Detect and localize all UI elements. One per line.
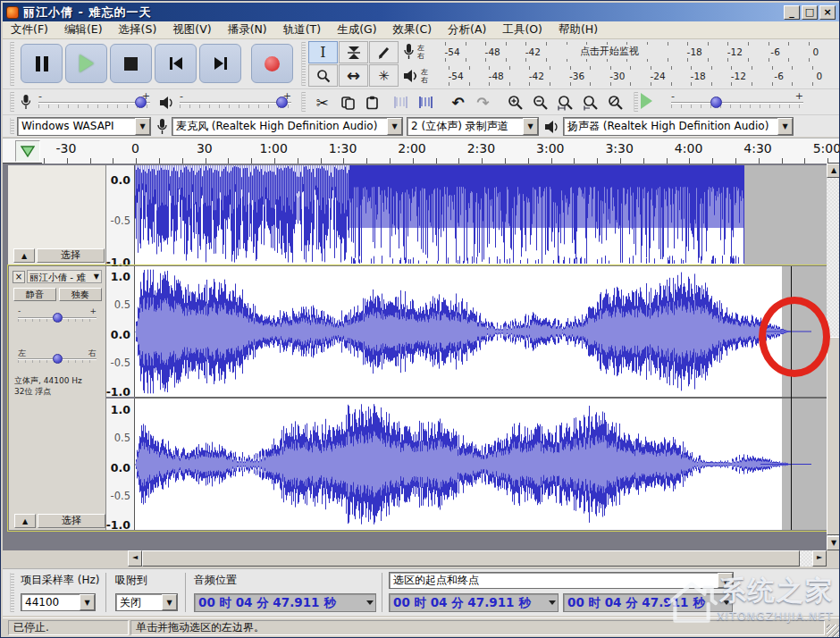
playback-meter[interactable]: 左右 -54-48-42-36-30-24-18-12-60 [403,64,837,88]
transport-grip[interactable] [10,42,14,86]
redo-button[interactable]: ↷ [471,91,495,113]
vertical-ruler-top[interactable]: 0.0-0.5-1.0 [106,165,135,264]
timeline-ruler[interactable]: -300301:001:302:002:303:003:304:004:305:… [42,139,828,164]
waveform-track-top[interactable] [135,165,827,264]
waveform-channel-right[interactable] [135,399,827,530]
gain-slider[interactable]: - + [18,307,97,325]
zoom-toggle-button[interactable] [603,91,627,113]
trim-audio-button[interactable] [389,91,413,113]
track-title-menu[interactable]: 丽江小倩 - 难▼ [27,270,102,283]
audio-position-field[interactable]: 00 时 04 分 47.911 秒 [194,593,376,612]
playback-meter-scale[interactable]: -54-48-42-36-30-24-18-12-60 [431,65,837,87]
copy-button[interactable] [335,91,359,113]
waveform-channel-left[interactable] [135,266,827,397]
play-at-speed-button[interactable] [641,93,652,109]
envelope-tool-button[interactable] [339,41,368,63]
paste-button[interactable] [360,91,384,113]
skip-to-start-button[interactable] [155,44,197,83]
timeshift-tool-button[interactable]: ↔ [339,64,368,87]
scroll-left-button[interactable]: ◄ [128,550,142,567]
vertical-scrollbar[interactable]: ▲ ▼ [827,164,840,550]
recording-channels-select[interactable]: 2 (立体声) 录制声道▼ [407,117,539,136]
track-select-button[interactable]: 选择 [38,514,105,528]
track-panel-top[interactable]: ▲ 选择 [8,165,106,264]
track-panel-main[interactable]: × 丽江小倩 - 难▼ 静音 独奏 - + 左 右 立体声, 44100 Hz [9,266,106,530]
menu-item[interactable]: 效果(C) [385,21,440,39]
zoom-tool-button[interactable] [308,64,338,87]
multi-tool-button[interactable]: ✳ [369,64,399,87]
menu-item[interactable]: 轨道(T) [275,21,329,39]
chevron-down-icon[interactable]: ▼ [162,594,177,610]
audio-host-select[interactable]: Windows WASAPI▼ [17,117,151,136]
tools-grip[interactable] [301,42,306,86]
menu-item[interactable]: 帮助(H) [550,21,606,39]
chevron-down-icon[interactable] [549,600,556,605]
play-button[interactable] [65,44,107,83]
title-bar[interactable]: 丽江小倩 - 难忘的一天 _ □ × [3,3,839,21]
recording-device-select[interactable]: 麦克风 (Realtek High Definition Audio)▼ [172,117,403,136]
horizontal-scroll-thumb[interactable] [142,550,800,567]
selection-mode-select[interactable]: 选区的起点和终点▼ [389,572,734,589]
pan-slider[interactable]: 左 右 [18,348,97,366]
cut-button[interactable]: ✂ [310,91,334,113]
scroll-up-button[interactable]: ▲ [827,164,840,178]
vertical-scroll-thumb[interactable] [827,337,840,535]
zoom-out-button[interactable] [528,91,552,113]
chevron-down-icon[interactable]: ▼ [135,118,150,135]
recording-meter[interactable]: 左右 -54-48-42-36-30-24-18-12-60 点击开始监视 [403,40,837,63]
mixer-grip[interactable] [10,92,14,112]
selection-start-field[interactable]: 00 时 04 分 47.911 秒 [389,593,559,612]
undo-button[interactable]: ↶ [446,91,470,113]
close-button[interactable]: × [819,5,836,20]
chevron-down-icon[interactable]: ▼ [523,118,538,135]
scroll-right-button[interactable]: ► [812,550,827,567]
resize-grip[interactable] [827,625,839,637]
selection-tool-button[interactable]: I [308,41,338,63]
chevron-down-icon[interactable]: ▼ [387,118,402,135]
stop-button[interactable] [110,44,152,83]
slider-thumb[interactable] [710,97,722,108]
draw-tool-button[interactable] [369,41,399,63]
project-rate-select[interactable]: 44100▼ [21,593,96,611]
menu-item[interactable]: 生成(G) [329,21,384,39]
menu-item[interactable]: 工具(O) [494,21,550,39]
expand-track-button[interactable]: ▲ [13,248,35,263]
vertical-ruler-ch2[interactable]: 1.00.50.0-0.5-1.0 [106,399,135,530]
playback-device-select[interactable]: 扬声器 (Realtek High Definition Audio)▼ [563,117,794,136]
menu-item[interactable]: 文件(F) [3,21,56,39]
slider-thumb[interactable] [276,97,288,108]
chevron-down-icon[interactable] [366,600,374,605]
speed-grip[interactable] [634,92,638,112]
device-grip[interactable] [10,118,14,134]
horizontal-scrollbar[interactable]: ◄ ► [128,550,827,567]
menu-item[interactable]: 分析(A) [440,21,494,39]
maximize-button[interactable]: □ [802,5,818,20]
minimize-button[interactable]: _ [784,5,800,20]
chevron-down-icon[interactable]: ▼ [777,118,793,135]
slider-thumb[interactable] [135,97,147,108]
playback-volume-slider[interactable]: - + [180,92,291,112]
zoom-in-button[interactable] [503,91,527,113]
chevron-down-icon[interactable] [723,600,730,605]
monitor-hint[interactable]: 点击开始监视 [552,45,667,59]
pinned-play-head-button[interactable] [15,140,40,162]
slider-thumb[interactable] [53,354,63,364]
chevron-down-icon[interactable]: ▼ [718,573,733,588]
menu-item[interactable]: 选择(S) [111,21,165,39]
slider-thumb[interactable] [53,313,63,323]
pause-button[interactable] [21,44,63,83]
menu-item[interactable]: 视图(V) [164,21,219,39]
silence-audio-button[interactable] [414,91,438,113]
skip-to-end-button[interactable] [199,44,241,83]
selection-end-field[interactable]: 00 时 04 分 47.911 秒 [563,593,733,612]
snap-select[interactable]: 关闭▼ [115,593,178,611]
edit-grip[interactable] [301,92,306,112]
scroll-down-button[interactable]: ▼ [827,536,840,550]
record-button[interactable] [251,44,293,83]
zoom-selection-button[interactable] [553,91,577,113]
playback-speed-slider[interactable]: - + [671,92,803,112]
close-track-button[interactable]: × [13,271,25,283]
vertical-ruler-ch1[interactable]: 1.00.50.0-0.5-1.0 [106,266,135,397]
mute-button[interactable]: 静音 [13,288,56,301]
recording-meter-scale[interactable]: -54-48-42-36-30-24-18-12-60 点击开始监视 [427,41,837,63]
